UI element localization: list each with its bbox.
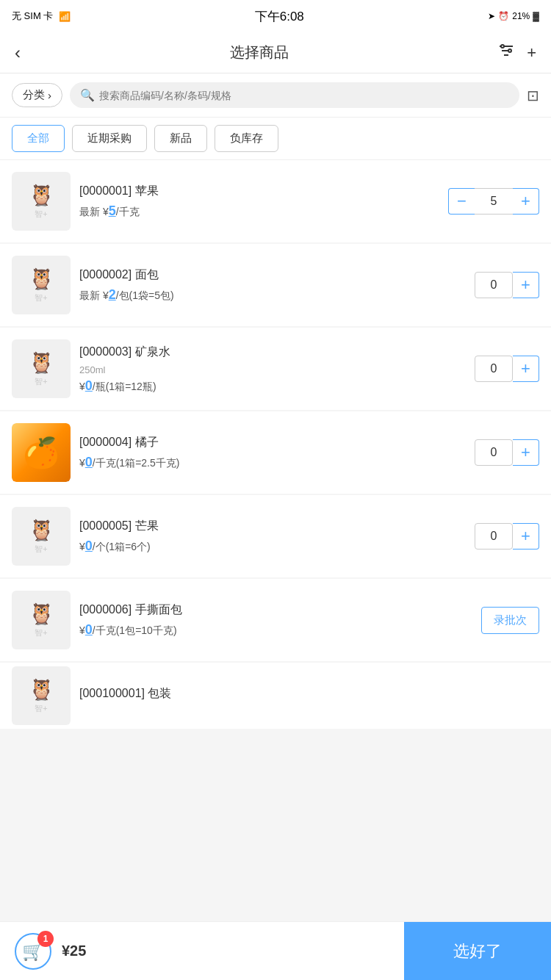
list-item: 🍊 [0000004] 橘子 ¥0/千克(1箱=2.5千克) + <box>0 411 551 494</box>
filter-button[interactable] <box>497 42 515 64</box>
product-info-0000006: [0000006] 手撕面包 ¥0/千克(1包=10千克) <box>79 602 472 638</box>
cart-icon-wrap: 🛒 1 <box>15 933 51 970</box>
product-info-0000003: [0000003] 矿泉水 250ml ¥0/瓶(1箱=12瓶) <box>79 345 466 394</box>
qty-plus-button[interactable]: + <box>513 188 539 215</box>
qty-minus-button[interactable]: − <box>448 188 475 215</box>
product-controls-0000004: + <box>475 439 539 466</box>
cart-area[interactable]: 🛒 1 ¥25 <box>15 933 86 970</box>
product-name: [0000002] 面包 <box>79 267 466 283</box>
qty-input[interactable] <box>475 188 513 215</box>
product-image-0000003: 🦉 智+ <box>12 339 71 398</box>
search-icon: 🔍 <box>80 88 95 102</box>
product-controls-0000001: − + <box>448 188 539 215</box>
battery-level: 21% <box>512 11 530 21</box>
list-item: 🦉 智+ [0000006] 手撕面包 ¥0/千克(1包=10千克) 录批次 <box>0 579 551 661</box>
bottom-bar: 🛒 1 ¥25 选好了 <box>0 921 551 980</box>
product-list: 🦉 智+ [0000001] 苹果 最新 ¥5/千克 − + 🦉 智+ [000… <box>0 160 551 729</box>
page-title: 选择商品 <box>230 43 289 62</box>
owl-icon: 🦉 <box>29 350 54 375</box>
batch-button[interactable]: 录批次 <box>481 607 539 634</box>
owl-icon: 🦉 <box>29 602 54 626</box>
list-item: 🦉 智+ [0000002] 面包 最新 ¥2/包(1袋=5包) + <box>0 244 551 326</box>
product-image-0000004: 🍊 <box>12 423 71 482</box>
product-price: ¥0/千克(1箱=2.5千克) <box>79 455 466 470</box>
tab-recent[interactable]: 近期采购 <box>72 125 147 152</box>
category-button[interactable]: 分类 › <box>12 83 62 107</box>
search-input-wrap[interactable]: 🔍 <box>70 82 519 108</box>
confirm-button[interactable]: 选好了 <box>404 922 551 981</box>
product-name: [0000001] 苹果 <box>79 184 439 199</box>
qty-input[interactable] <box>475 272 513 298</box>
product-price: ¥0/个(1箱=6个) <box>79 538 466 554</box>
product-info-0000005: [0000005] 芒果 ¥0/个(1箱=6个) <box>79 519 466 554</box>
product-controls-0000006: 录批次 <box>481 607 539 634</box>
product-image-0000006: 🦉 智+ <box>12 591 71 649</box>
list-item: 🦉 智+ [000100001] 包装 <box>0 663 551 729</box>
owl-icon: 🦉 <box>29 267 54 291</box>
chevron-right-icon: › <box>48 89 51 101</box>
scan-icon[interactable]: ⊡ <box>527 87 539 104</box>
filter-tabs: 全部 近期采购 新品 负库存 <box>0 118 551 160</box>
product-name: [0000004] 橘子 <box>79 435 466 450</box>
product-price: ¥0/瓶(1箱=12瓶) <box>79 378 466 394</box>
owl-icon: 🦉 <box>29 183 54 207</box>
qty-plus-button[interactable]: + <box>513 439 539 466</box>
product-controls-0000003: + <box>475 356 539 382</box>
product-info-0000002: [0000002] 面包 最新 ¥2/包(1袋=5包) <box>79 267 466 303</box>
location-icon: ➤ <box>488 11 495 21</box>
status-bar: 无 SIM 卡 📶 下午6:08 ➤ ⏰ 21% ▓ <box>0 0 551 32</box>
product-controls-0000002: + <box>475 272 539 298</box>
cart-badge: 1 <box>37 931 54 947</box>
list-item: 🦉 智+ [0000001] 苹果 最新 ¥5/千克 − + <box>0 160 551 242</box>
product-image-0000001: 🦉 智+ <box>12 172 71 231</box>
product-name: [0000006] 手撕面包 <box>79 602 472 618</box>
product-name: [000100001] 包装 <box>79 686 539 702</box>
bottom-spacer <box>0 730 551 804</box>
product-controls-0000005: + <box>475 523 539 550</box>
product-price: 最新 ¥5/千克 <box>79 203 439 219</box>
tab-negative[interactable]: 负库存 <box>215 125 278 152</box>
product-info-000100001: [000100001] 包装 <box>79 686 539 706</box>
product-price: ¥0/千克(1包=10千克) <box>79 622 472 638</box>
product-name: [0000005] 芒果 <box>79 519 466 534</box>
status-carrier: 无 SIM 卡 📶 <box>12 10 71 23</box>
qty-input[interactable] <box>475 356 513 382</box>
search-bar: 分类 › 🔍 ⊡ <box>0 73 551 118</box>
product-image-000100001: 🦉 智+ <box>12 666 71 725</box>
product-name: [0000003] 矿泉水 <box>79 345 466 360</box>
back-button[interactable]: ‹ <box>15 43 21 63</box>
product-spec: 250ml <box>79 364 466 375</box>
product-info-0000001: [0000001] 苹果 最新 ¥5/千克 <box>79 184 439 219</box>
status-right: ➤ ⏰ 21% ▓ <box>488 11 539 21</box>
product-info-0000004: [0000004] 橘子 ¥0/千克(1箱=2.5千克) <box>79 435 466 470</box>
add-button[interactable]: + <box>527 43 536 62</box>
svg-point-4 <box>508 49 511 52</box>
list-item: 🦉 智+ [0000003] 矿泉水 250ml ¥0/瓶(1箱=12瓶) + <box>0 328 551 410</box>
tab-all[interactable]: 全部 <box>12 125 65 152</box>
product-price: 最新 ¥2/包(1袋=5包) <box>79 287 466 303</box>
wifi-icon: 📶 <box>59 11 71 22</box>
qty-input[interactable] <box>475 523 513 550</box>
list-item: 🦉 智+ [0000005] 芒果 ¥0/个(1箱=6个) + <box>0 495 551 577</box>
owl-icon: 🦉 <box>29 518 54 542</box>
qty-plus-button[interactable]: + <box>513 523 539 550</box>
alarm-icon: ⏰ <box>498 11 509 21</box>
svg-point-3 <box>501 45 504 48</box>
search-input[interactable] <box>99 90 509 101</box>
status-time: 下午6:08 <box>255 8 304 25</box>
nav-bar: ‹ 选择商品 + <box>0 32 551 73</box>
qty-plus-button[interactable]: + <box>513 272 539 298</box>
product-image-0000005: 🦉 智+ <box>12 507 71 566</box>
tab-new[interactable]: 新品 <box>154 125 207 152</box>
product-image-0000002: 🦉 智+ <box>12 256 71 314</box>
battery-icon: ▓ <box>533 11 539 21</box>
owl-icon: 🦉 <box>29 677 54 702</box>
qty-plus-button[interactable]: + <box>513 356 539 382</box>
cart-total: ¥25 <box>62 943 86 959</box>
nav-actions: + <box>497 42 536 64</box>
qty-input[interactable] <box>475 439 513 466</box>
